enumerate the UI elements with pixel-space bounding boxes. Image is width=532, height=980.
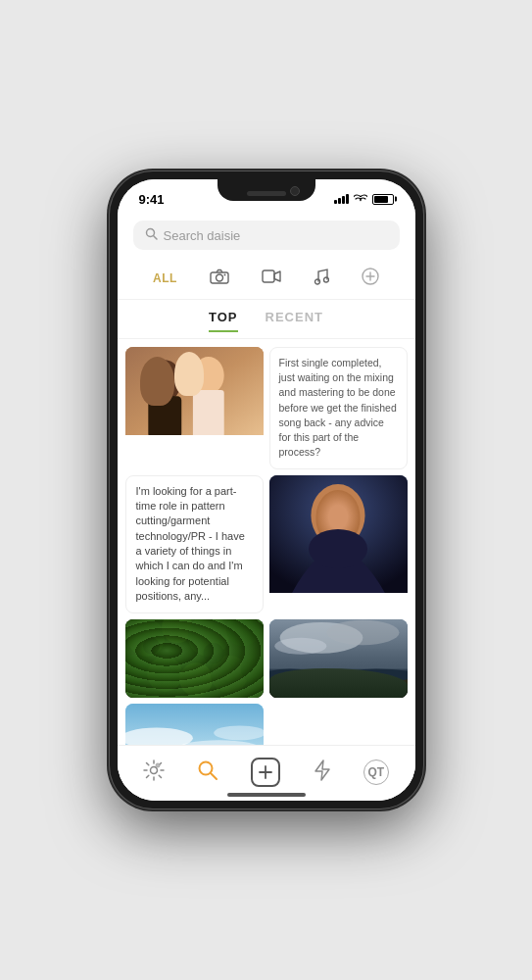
cat-tab-add[interactable]: [354, 264, 387, 293]
sort-tabs: TOP RECENT: [118, 300, 415, 339]
feed-grid: First single completed, just waiting on …: [125, 347, 408, 745]
coast-image: [269, 619, 408, 698]
svg-point-23: [127, 619, 165, 657]
phone-frame: 9:41: [110, 172, 423, 808]
status-icons: [334, 193, 394, 205]
feed-item-job-text[interactable]: I'm looking for a part-time role in patt…: [125, 475, 264, 613]
svg-rect-5: [263, 270, 274, 282]
svg-point-44: [156, 763, 160, 767]
svg-rect-22: [125, 619, 264, 698]
category-tabs: ALL: [118, 258, 415, 300]
feed-item-music-text[interactable]: First single completed, just waiting on …: [269, 347, 408, 469]
feed-item-portrait-photo[interactable]: [269, 475, 408, 613]
svg-point-37: [274, 637, 326, 654]
signal-bar-4: [346, 194, 349, 204]
search-input-container[interactable]: Search daisie: [133, 220, 400, 250]
battery-fill: [374, 196, 388, 203]
feed-item-coast-photo[interactable]: [269, 619, 408, 698]
portrait-image: [269, 475, 408, 593]
signal-bars-icon: [334, 194, 349, 204]
svg-point-21: [318, 513, 343, 533]
profile-icon: QT: [363, 760, 389, 785]
feed-item-sky-photo[interactable]: [125, 704, 264, 745]
cat-tab-music[interactable]: [306, 264, 337, 293]
search-placeholder-text: Search daisie: [164, 228, 241, 243]
svg-point-43: [151, 766, 158, 773]
svg-point-15: [192, 357, 223, 394]
svg-point-31: [240, 654, 263, 683]
svg-point-32: [143, 637, 160, 654]
nav-item-lightning[interactable]: [306, 756, 339, 790]
svg-point-18: [311, 484, 364, 547]
music-icon: [314, 268, 329, 289]
cat-tab-photo[interactable]: [202, 265, 237, 292]
svg-rect-14: [148, 396, 181, 435]
svg-point-7: [323, 277, 328, 282]
svg-point-29: [179, 662, 213, 696]
status-time: 9:41: [139, 192, 165, 207]
forest-image: [125, 619, 264, 698]
svg-point-28: [147, 657, 182, 692]
svg-point-25: [187, 619, 228, 657]
wifi-icon: [354, 193, 367, 205]
video-icon: [262, 270, 281, 287]
makeup-image: [125, 347, 264, 435]
sort-tab-top[interactable]: TOP: [209, 310, 238, 332]
signal-bar-3: [342, 196, 345, 204]
sort-tab-recent[interactable]: RECENT: [266, 310, 323, 332]
svg-point-19: [318, 527, 356, 552]
cat-all-label: ALL: [153, 271, 177, 285]
svg-point-33: [203, 643, 223, 663]
app-content: Search daisie ALL: [118, 213, 415, 801]
svg-point-30: [210, 655, 247, 692]
screen: 9:41: [118, 179, 415, 801]
svg-point-6: [314, 279, 319, 284]
camera-icon: [210, 269, 229, 288]
svg-point-24: [162, 619, 193, 643]
svg-point-3: [216, 274, 222, 281]
feed-item-makeup-photo[interactable]: [125, 347, 264, 469]
signal-bar-1: [334, 200, 337, 204]
signal-bar-2: [338, 198, 341, 204]
search-bar: Search daisie: [118, 213, 415, 258]
svg-rect-16: [192, 390, 223, 435]
cat-tab-video[interactable]: [254, 266, 289, 291]
lightning-icon: [314, 760, 331, 786]
feed[interactable]: First single completed, just waiting on …: [118, 339, 415, 745]
battery-icon: [372, 194, 394, 205]
svg-point-13: [148, 360, 181, 401]
plus-circle-icon: [362, 268, 379, 289]
notch-speaker: [247, 191, 286, 196]
svg-line-1: [153, 236, 157, 240]
notch: [218, 179, 315, 201]
nav-item-search[interactable]: [189, 756, 226, 790]
svg-point-26: [225, 619, 259, 646]
add-nav-icon: [251, 758, 280, 787]
nav-item-profile[interactable]: QT: [356, 756, 397, 789]
svg-line-46: [211, 773, 217, 779]
svg-point-20: [316, 500, 358, 537]
feed-item-forest-photo[interactable]: [125, 619, 264, 698]
search-nav-icon: [197, 760, 218, 786]
home-indicator: [227, 793, 306, 797]
phone-wrapper: 9:41: [110, 172, 423, 808]
nav-item-add[interactable]: [243, 754, 288, 791]
svg-point-42: [214, 725, 264, 740]
search-icon: [145, 227, 158, 243]
notch-camera: [290, 186, 300, 196]
svg-point-27: [125, 654, 150, 683]
svg-point-4: [223, 274, 225, 276]
settings-icon: [143, 760, 165, 786]
nav-item-settings[interactable]: [135, 756, 172, 790]
cat-tab-all[interactable]: ALL: [145, 268, 185, 289]
sky-image: [125, 704, 264, 745]
svg-point-36: [326, 619, 399, 644]
